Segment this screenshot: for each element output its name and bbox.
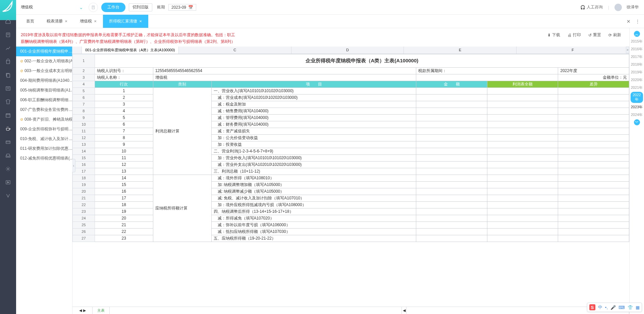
cell[interactable]: 18	[95, 201, 153, 208]
form-list-item[interactable]: 005-纳税调整项目明细表(A1…	[16, 85, 72, 95]
cell[interactable]	[558, 161, 629, 168]
year-item[interactable]: 2021年	[630, 84, 644, 91]
cell[interactable]	[558, 201, 629, 208]
nav-home-icon[interactable]	[0, 15, 16, 28]
cell[interactable]: 企业所得税年度纳税申报表（A类）主表(A100000)	[95, 54, 629, 67]
cell[interactable]	[558, 87, 629, 94]
cell[interactable]: 三、利润总额（10+11-12)	[211, 168, 416, 175]
cell[interactable]	[416, 141, 487, 148]
cell[interactable]	[416, 222, 487, 228]
cell[interactable]: 减：税金及附加	[211, 101, 416, 108]
collapse-handle[interactable]: ‹	[72, 159, 75, 172]
cell[interactable]: 加: 纳税调整增加额（填写A105000）	[211, 181, 416, 188]
cell[interactable]: 减：抵扣应纳税所得额（填写A107030）	[211, 228, 416, 235]
cell[interactable]	[558, 101, 629, 108]
cell[interactable]	[416, 134, 487, 141]
year-down-button[interactable]: ︾	[634, 119, 640, 125]
cell[interactable]: 减：财务费用(填写A104000)	[211, 121, 416, 128]
form-list-item[interactable]: ⊘003-一般企业成本支出明细…	[16, 66, 72, 76]
cell[interactable]: 五、应纳税所得额（19-20-21-22）	[211, 235, 416, 242]
form-list-item[interactable]: 011-研发费用加计扣除优惠…	[16, 144, 72, 153]
cell[interactable]: 减: 纳税调整减少额（填写A105000）	[211, 188, 416, 195]
cell[interactable]	[416, 188, 487, 195]
year-item[interactable]: 2024年	[630, 111, 644, 119]
expand-handle[interactable]: »	[626, 47, 629, 53]
cell[interactable]: 增值税	[153, 74, 416, 81]
cell[interactable]: 19	[95, 208, 153, 215]
sheet-path-tab[interactable]: 001-企业所得税年度纳税申报表（A类）主表(A100000)	[82, 47, 179, 54]
year-item[interactable]: 2023年	[630, 103, 644, 111]
tab-home[interactable]: 首页	[20, 15, 41, 28]
cell[interactable]	[558, 114, 629, 121]
cell[interactable]: 利润总额计算	[153, 87, 211, 175]
nav-card-icon[interactable]	[0, 135, 16, 149]
cell[interactable]: 16	[95, 188, 153, 195]
nav-bag-icon[interactable]	[0, 55, 16, 68]
cell[interactable]: 税款所属期间：	[416, 67, 558, 74]
cell[interactable]	[487, 141, 558, 148]
cell[interactable]: 利润表全额	[487, 81, 558, 87]
cell[interactable]	[558, 208, 629, 215]
form-list-item[interactable]: 009-企业所得税弥补亏损明…	[16, 124, 72, 134]
cell[interactable]	[416, 108, 487, 114]
hscroll-left[interactable]: ◀	[402, 307, 407, 314]
cell[interactable]: 加：投资收益	[211, 141, 416, 148]
cell[interactable]	[416, 201, 487, 208]
cell[interactable]	[558, 141, 629, 148]
form-list-item[interactable]: 001-企业所得税年度纳税申…	[16, 47, 72, 56]
cell[interactable]: 14	[95, 175, 153, 181]
cell[interactable]	[487, 201, 558, 208]
cell[interactable]: 22	[95, 228, 153, 235]
cell[interactable]	[558, 188, 629, 195]
cell[interactable]	[558, 235, 629, 242]
cell[interactable]	[558, 195, 629, 201]
year-item[interactable]: 2015年	[630, 38, 644, 45]
cell[interactable]: 13	[95, 168, 153, 175]
cell[interactable]	[416, 168, 487, 175]
cell[interactable]	[416, 161, 487, 168]
form-list-item[interactable]: 006-职工薪酬纳税调整明细…	[16, 95, 72, 105]
cell[interactable]	[558, 215, 629, 222]
cell[interactable]	[487, 87, 558, 94]
cell[interactable]	[487, 195, 558, 201]
cell[interactable]: 11	[95, 154, 153, 161]
cell[interactable]: 加：营业外收入(填写A101010\101020\103000)	[211, 154, 416, 161]
nav-calendar-icon[interactable]	[0, 109, 16, 122]
cell[interactable]: 类别	[153, 81, 211, 87]
cell[interactable]	[558, 121, 629, 128]
close-icon[interactable]: ✕	[139, 19, 142, 23]
nav-play-icon[interactable]	[0, 176, 16, 189]
tab-income-tax-settlement[interactable]: 所得税汇算清缴✕	[103, 15, 148, 28]
cell[interactable]	[558, 228, 629, 235]
cell[interactable]: 加：公允价值变动收益	[211, 134, 416, 141]
nav-shirt-icon[interactable]	[0, 95, 16, 109]
cell[interactable]	[558, 94, 629, 101]
cell[interactable]: 2022年度	[558, 67, 629, 74]
cell[interactable]	[416, 175, 487, 181]
consult-button[interactable]: 🎧 人工咨询	[580, 4, 603, 10]
cell[interactable]: 减：弥补以前年度亏损（填写A106000）	[211, 222, 416, 228]
cell[interactable]	[487, 222, 558, 228]
nav-gear-icon[interactable]	[0, 162, 16, 176]
nav-v-icon[interactable]	[0, 189, 16, 202]
cell[interactable]	[487, 128, 558, 134]
year-item[interactable]: 2017年	[630, 53, 644, 61]
cell[interactable]: 9	[95, 141, 153, 148]
cell[interactable]	[416, 235, 487, 242]
cell[interactable]: 减：营业成本(填写A102010\102020\103000)	[211, 94, 416, 101]
cell[interactable]	[558, 154, 629, 161]
cell[interactable]	[487, 121, 558, 128]
cell[interactable]	[416, 101, 487, 108]
cell[interactable]: 6	[95, 121, 153, 128]
cell[interactable]: 行次	[95, 81, 153, 87]
sheet-bottom-tab[interactable]: 主表	[93, 307, 110, 314]
workspace-button[interactable]: 工作台	[101, 3, 125, 12]
ime-toolbox-icon[interactable]: ▦	[636, 305, 640, 310]
form-list-item[interactable]: 010-免税、减计收入及加计…	[16, 134, 72, 144]
form-list-item[interactable]: ⊘008-资产折旧、摊销及纳税…	[16, 115, 72, 124]
cell[interactable]	[416, 94, 487, 101]
year-item[interactable]: 2016年	[630, 45, 644, 53]
cell[interactable]: 1	[95, 87, 153, 94]
cell[interactable]	[487, 108, 558, 114]
cell[interactable]	[416, 114, 487, 121]
